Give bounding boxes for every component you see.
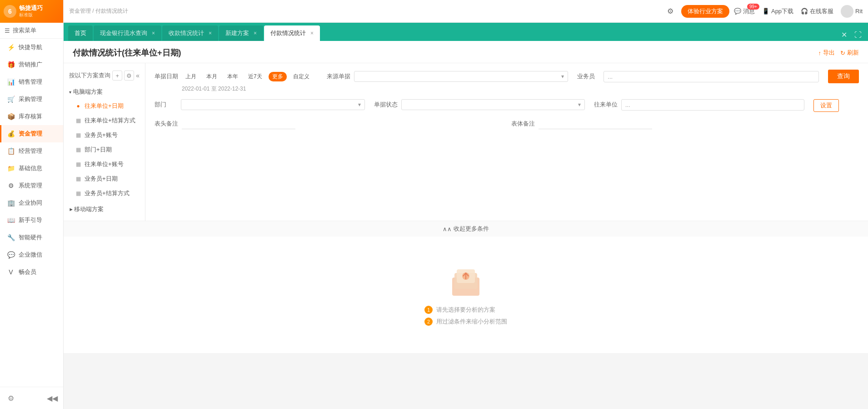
message-button[interactable]: 💬 消息 99+ (734, 7, 755, 15)
scheme-item-往来单位+结算方式[interactable]: ▦往来单位+结算方式 (64, 113, 145, 128)
scheme-item-label: 业务员+账号 (85, 131, 118, 139)
tab-label-payment-stats: 付款情况统计 (270, 29, 306, 37)
salesman-label: 业务员 (577, 72, 600, 81)
sidebar-item-hardware[interactable]: 🔧智能硬件 (0, 229, 63, 246)
nav-icon-finance: 💰 (7, 130, 15, 138)
search-menu[interactable]: ☰ 搜索菜单 (0, 23, 63, 39)
scheme-item-往来单位+日期[interactable]: ●往来单位+日期 (64, 99, 145, 113)
sidebar-item-member[interactable]: V畅会员 (0, 263, 63, 281)
nav-label-enterprise: 企业协同 (19, 199, 42, 207)
tip-num-1: 1 (424, 306, 433, 314)
scheme-item-label: 往来单位+账号 (85, 160, 124, 168)
sidebar-item-basic[interactable]: 📁基础信息 (0, 160, 63, 177)
scheme-header-label: 按以下方案查询 (69, 71, 110, 80)
query-button[interactable]: 查询 (828, 70, 859, 83)
tab-payment-stats[interactable]: 付款情况统计× (264, 25, 320, 41)
sidebar-item-guide[interactable]: 📖新手引导 (0, 212, 63, 229)
nav-label-inventory: 库存核算 (19, 112, 42, 121)
date-option-自定义[interactable]: 自定义 (289, 72, 313, 81)
source-field: 来源单据 ▾ (327, 71, 569, 82)
nav-icon-marketing: 🎁 (7, 61, 15, 69)
tab-new-scheme[interactable]: 新建方案× (219, 25, 263, 41)
tab-close-new-scheme[interactable]: × (254, 30, 257, 36)
dept-chevron-icon: ▾ (358, 101, 361, 108)
scheme-header: 按以下方案查询 + ⚙ « (64, 68, 145, 83)
mobile-scheme-group-title[interactable]: ▾ 移动端方案 (64, 202, 145, 216)
tab-home[interactable]: 首页 (68, 25, 93, 41)
sidebar-item-purchase[interactable]: 🛒采购管理 (0, 91, 63, 108)
sidebar-item-system[interactable]: ⚙系统管理 (0, 177, 63, 194)
tab-close-payment-stats[interactable]: × (310, 30, 314, 36)
sidebar-item-wechat[interactable]: 💬企业微信 (0, 246, 63, 263)
nav-icon-quick-nav: ⚡ (7, 43, 15, 51)
filter-row-2: 部门 ▾ 单据状态 ▾ (155, 97, 859, 112)
sidebar-item-inventory[interactable]: 📦库存核算 (0, 108, 63, 125)
collapse-bar[interactable]: ∧∧ 收起更多条件 (64, 221, 868, 237)
tab-close-cash-flow[interactable]: × (152, 30, 155, 36)
counterpart-select[interactable]: ... (621, 99, 804, 111)
scheme-item-往来单位+账号[interactable]: ▦往来单位+账号 (64, 157, 145, 172)
export-label: 导出 (823, 49, 835, 57)
tab-close-receipt-stats[interactable]: × (209, 30, 212, 36)
tab-label-new-scheme: 新建方案 (225, 29, 249, 37)
header-note-label: 表头备注 (155, 120, 178, 128)
refresh-button[interactable]: ↻ 刷新 (840, 49, 859, 57)
scheme-sidebar: 按以下方案查询 + ⚙ « ▾电脑端方案●往来单位+日期▦往来单位+结算方式▦业… (64, 63, 145, 221)
date-option-本月[interactable]: 本月 (203, 72, 221, 81)
date-option-本年[interactable]: 本年 (224, 72, 242, 81)
settings-icon[interactable]: ⚙ (5, 392, 17, 404)
salesman-field: 业务员 ... (577, 71, 819, 82)
source-select[interactable]: ▾ (354, 71, 569, 82)
breadcrumb: 资金管理 / 付款情况统计 (69, 7, 659, 15)
tab-label-cash-flow: 现金银行流水查询 (100, 29, 147, 37)
scheme-item-业务员+账号[interactable]: ▦业务员+账号 (64, 128, 145, 142)
scheme-item-label: 业务员+结算方式 (85, 189, 130, 197)
maximize-icon[interactable]: ⛶ (853, 29, 863, 41)
app-download-button[interactable]: 📱 App下载 (762, 7, 793, 15)
avatar (841, 5, 853, 18)
export-button[interactable]: ↑ 导出 (818, 49, 835, 57)
date-option-上月[interactable]: 上月 (182, 72, 200, 81)
sidebar-item-operation[interactable]: 📋经营管理 (0, 142, 63, 160)
date-option-更多[interactable]: 更多 (269, 72, 287, 81)
scheme-item-业务员+日期[interactable]: ▦业务员+日期 (64, 172, 145, 186)
scheme-item-label: 业务员+日期 (85, 175, 118, 183)
scheme-item-业务员+结算方式[interactable]: ▦业务员+结算方式 (64, 186, 145, 201)
sidebar-item-sales[interactable]: 📊销售管理 (0, 73, 63, 91)
collapse-scheme-icon[interactable]: « (136, 72, 140, 79)
salesman-select[interactable]: ... (604, 71, 819, 82)
desktop-scheme-group-title[interactable]: ▾电脑端方案 (64, 85, 145, 99)
doc-status-select[interactable]: ▾ (401, 99, 584, 110)
collapse-sidebar-icon[interactable]: ◀◀ (46, 392, 59, 404)
filter-row-3: 表头备注 表体备注 (155, 118, 859, 129)
body-note-input[interactable] (539, 118, 652, 129)
doc-status-chevron-icon: ▾ (578, 101, 581, 108)
service-button[interactable]: 🎧 在线客服 (801, 7, 833, 15)
dept-select[interactable]: ▾ (181, 99, 365, 110)
scheme-item-部门+日期[interactable]: ▦部门+日期 (64, 142, 145, 157)
sidebar-item-quick-nav[interactable]: ⚡快捷导航 (0, 39, 63, 56)
trial-button[interactable]: 体验行业方案 (681, 5, 729, 18)
scheme-item-label: 往来单位+日期 (85, 102, 124, 110)
close-all-tabs-icon[interactable]: ✕ (839, 29, 849, 41)
tab-cash-flow[interactable]: 现金银行流水查询× (94, 25, 161, 41)
header-gear-icon[interactable]: ⚙ (664, 5, 677, 18)
nav-icon-basic: 📁 (7, 164, 15, 172)
scheme-item-label: 往来单位+结算方式 (85, 116, 135, 125)
add-scheme-button[interactable]: + (112, 71, 122, 81)
sidebar-item-finance[interactable]: 💰资金管理 (0, 125, 63, 142)
sidebar-item-marketing[interactable]: 🎁营销推广 (0, 56, 63, 73)
sidebar-item-enterprise[interactable]: 🏢企业协同 (0, 194, 63, 212)
scheme-settings-button[interactable]: ⚙ (124, 71, 134, 81)
message-icon: 💬 (734, 8, 741, 15)
tab-receipt-stats[interactable]: 收款情况统计× (162, 25, 218, 41)
user-menu[interactable]: Rit (841, 5, 863, 18)
header-note-input[interactable] (182, 118, 295, 129)
scheme-icon: ▦ (75, 146, 82, 153)
service-label: 在线客服 (810, 7, 833, 15)
date-option-近7天[interactable]: 近7天 (244, 72, 266, 81)
dept-field: 部门 ▾ (155, 99, 365, 110)
nav-label-quick-nav: 快捷导航 (19, 43, 42, 51)
settings-button[interactable]: 设置 (813, 99, 839, 112)
page-header: 付款情况统计(往来单位+日期) ↑ 导出 ↻ 刷新 (64, 41, 868, 63)
